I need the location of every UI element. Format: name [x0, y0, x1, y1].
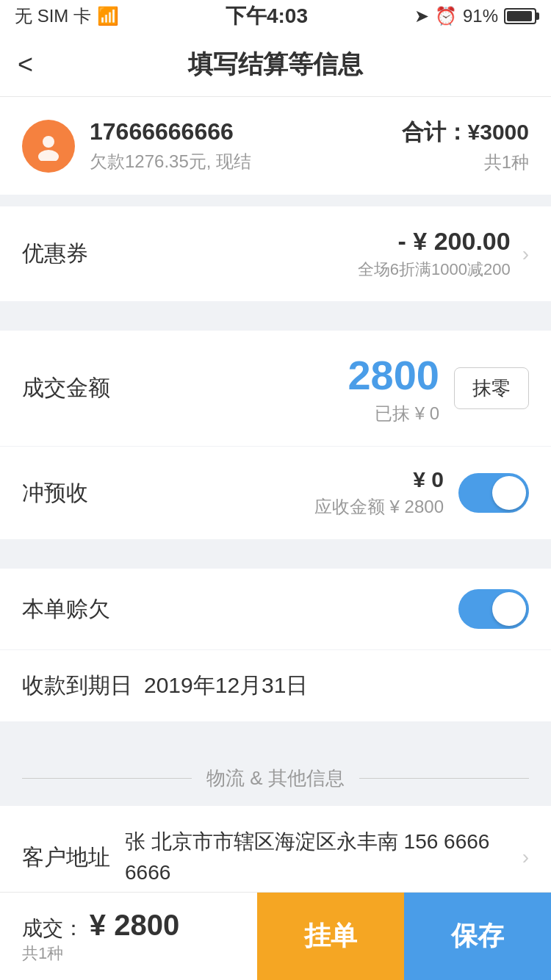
- coupon-desc: 全场6折满1000减200: [358, 259, 511, 281]
- credit-section: 本单赊欠 收款到期日 2019年12月31日: [0, 569, 551, 721]
- deal-amount-right: 2800 已抹 ¥ 0 抹零: [347, 351, 529, 425]
- alarm-icon: ⏰: [435, 6, 457, 26]
- svg-point-1: [38, 150, 59, 161]
- status-right: ➤ ⏰ 91%: [414, 6, 536, 26]
- credit-row: 本单赊欠: [0, 569, 551, 649]
- address-chevron-icon: ›: [522, 846, 529, 869]
- deal-amount-section: 成交金额 2800 已抹 ¥ 0 抹零 冲预收 ¥ 0 应收金额 ¥ 2800: [0, 331, 551, 539]
- footer-deal-text: 成交：: [22, 917, 84, 940]
- customer-info: 17666666666 欠款1276.35元, 现结: [90, 118, 251, 173]
- logistics-divider: 物流 & 其他信息: [0, 751, 551, 806]
- prepay-toggle[interactable]: [458, 473, 529, 513]
- status-time: 下午4:03: [226, 2, 308, 30]
- prepay-row: 冲预收 ¥ 0 应收金额 ¥ 2800: [0, 447, 551, 539]
- prepay-sub: 应收金额 ¥ 2800: [314, 495, 444, 519]
- section-divider-1: [0, 313, 551, 331]
- deal-amount-values: 2800 已抹 ¥ 0: [347, 351, 439, 425]
- customer-debt: 欠款1276.35元, 现结: [90, 150, 251, 173]
- location-icon: ➤: [414, 6, 429, 26]
- customer-card: 17666666666 欠款1276.35元, 现结 合计：¥3000 共1种: [0, 97, 551, 195]
- battery-percent: 91%: [463, 6, 498, 26]
- svg-point-0: [43, 136, 54, 148]
- deal-amount-row: 成交金额 2800 已抹 ¥ 0 抹零: [0, 331, 551, 447]
- due-date-label: 收款到期日: [22, 671, 132, 701]
- deal-amount-value: 2800: [347, 351, 439, 399]
- prepay-label: 冲预收: [22, 478, 88, 508]
- main-content: 17666666666 欠款1276.35元, 现结 合计：¥3000 共1种 …: [0, 97, 551, 980]
- due-date-row: 收款到期日 2019年12月31日: [0, 649, 551, 721]
- coupon-right: - ¥ 200.00 全场6折满1000减200 ›: [358, 227, 529, 281]
- prepay-right-container: ¥ 0 应收金额 ¥ 2800: [314, 467, 529, 519]
- footer-amount: ¥ 2800: [90, 909, 179, 941]
- total-count: 共1种: [402, 151, 529, 174]
- wifi-icon: 📶: [97, 6, 119, 26]
- coupon-amount: - ¥ 200.00 全场6折满1000减200: [358, 227, 511, 281]
- credit-toggle[interactable]: [458, 589, 529, 629]
- footer-deal-label: 成交： ¥ 2800: [22, 909, 235, 943]
- battery-icon: [504, 8, 536, 24]
- back-button[interactable]: <: [18, 49, 33, 80]
- logistics-label: 物流 & 其他信息: [206, 765, 345, 791]
- credit-toggle-knob: [492, 592, 526, 626]
- coupon-row[interactable]: 优惠券 - ¥ 200.00 全场6折满1000减200 ›: [0, 206, 551, 301]
- status-bar: 无 SIM 卡 📶 下午4:03 ➤ ⏰ 91%: [0, 0, 551, 32]
- total-amount: 合计：¥3000: [402, 118, 529, 148]
- footer-count: 共1种: [22, 943, 235, 965]
- nav-bar: < 填写结算等信息: [0, 32, 551, 97]
- carrier-text: 无 SIM 卡: [15, 4, 91, 28]
- address-label: 客户地址: [22, 843, 110, 873]
- coupon-discount: - ¥ 200.00: [358, 227, 511, 256]
- customer-left: 17666666666 欠款1276.35元, 现结: [22, 118, 251, 173]
- status-left: 无 SIM 卡 📶: [15, 4, 119, 28]
- coupon-label: 优惠券: [22, 239, 88, 269]
- prepay-values: ¥ 0 应收金额 ¥ 2800: [314, 467, 444, 519]
- section-divider-3: [0, 733, 551, 751]
- coupon-chevron-icon: ›: [522, 242, 529, 266]
- round-zero-button[interactable]: 抹零: [454, 367, 529, 409]
- deal-amount-sub-text: 已抹 ¥ 0: [347, 402, 439, 425]
- page-title: 填写结算等信息: [188, 48, 363, 82]
- prepay-value: ¥ 0: [314, 467, 444, 492]
- section-divider-2: [0, 551, 551, 569]
- avatar: [22, 120, 75, 173]
- footer-bar: 成交： ¥ 2800 共1种 挂单 保存: [0, 892, 551, 980]
- hold-button[interactable]: 挂单: [257, 893, 404, 981]
- due-date-value: 2019年12月31日: [144, 671, 308, 701]
- customer-phone: 17666666666: [90, 118, 251, 145]
- save-button[interactable]: 保存: [404, 893, 551, 981]
- deal-amount-label: 成交金额: [22, 373, 110, 403]
- footer-summary: 成交： ¥ 2800 共1种: [0, 909, 257, 965]
- customer-right: 合计：¥3000 共1种: [402, 118, 529, 174]
- toggle-knob: [492, 476, 526, 510]
- credit-label: 本单赊欠: [22, 594, 110, 624]
- address-value: 张 北京市市辖区海淀区永丰南 156 6666 6666: [125, 826, 522, 888]
